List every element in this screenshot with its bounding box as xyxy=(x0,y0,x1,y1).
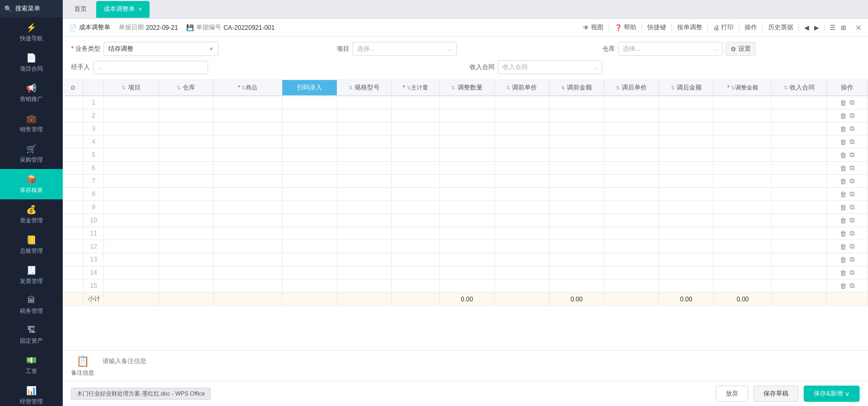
warehouse-settings-button[interactable]: ⚙ 设置 xyxy=(726,42,756,56)
income-contract-input[interactable]: 收入合同 ... xyxy=(498,60,602,74)
table-row[interactable]: 6🗑⧉ xyxy=(63,162,868,175)
biz-type-input[interactable]: 结存调整 ▼ xyxy=(104,42,219,56)
sidebar-item-ledger[interactable]: 📒 总账管理 xyxy=(0,230,63,260)
copy-icon[interactable]: ⧉ xyxy=(850,281,854,290)
delete-icon[interactable]: 🗑 xyxy=(840,190,847,198)
table-cell xyxy=(337,109,392,122)
copy-icon[interactable]: ⧉ xyxy=(850,203,854,211)
copy-icon[interactable]: ⧉ xyxy=(850,98,854,107)
review-label: 按单调整 xyxy=(677,23,702,32)
delete-icon[interactable]: 🗑 xyxy=(840,217,847,224)
project-dots[interactable]: ... xyxy=(448,46,452,52)
delete-icon[interactable]: 🗑 xyxy=(840,269,847,277)
grid-view-button[interactable]: ☰ xyxy=(830,24,836,31)
th-scan[interactable]: 扫码录入 xyxy=(282,80,337,96)
copy-icon[interactable]: ⧉ xyxy=(850,242,854,251)
table-row[interactable]: 4🗑⧉ xyxy=(63,136,868,149)
sidebar-item-inventory[interactable]: 📦 库存核算 xyxy=(0,169,63,199)
review-button[interactable]: 按单调整 xyxy=(677,23,702,32)
project-input[interactable]: 选择... ... xyxy=(352,42,457,56)
table-row[interactable]: 9🗑⧉ xyxy=(63,201,868,214)
th-gear[interactable]: ⚙ xyxy=(63,80,83,96)
copy-icon[interactable]: ⧉ xyxy=(850,177,854,185)
sidebar-item-quick-nav[interactable]: ⚡ 快捷导航 xyxy=(0,17,63,48)
income-contract-dots[interactable]: ... xyxy=(593,64,598,70)
window-close-button[interactable]: ✕ xyxy=(855,24,862,32)
sidebar-item-finance[interactable]: 💰 资金管理 xyxy=(0,199,63,230)
table-row[interactable]: 7🗑⧉ xyxy=(63,175,868,188)
sidebar-item-fixed-assets[interactable]: 🏗 固定资产 xyxy=(0,320,63,350)
delete-icon[interactable]: 🗑 xyxy=(840,99,847,107)
delete-icon[interactable]: 🗑 xyxy=(840,282,847,290)
delete-icon[interactable]: 🗑 xyxy=(840,243,847,251)
view-button[interactable]: 👁 视图 xyxy=(583,23,603,32)
sidebar-item-payroll[interactable]: 💵 工资 xyxy=(0,350,63,380)
sidebar-item-tax[interactable]: 🏛 税务管理 xyxy=(0,290,63,320)
sidebar-item-sales-promo[interactable]: 📢 营销推广 xyxy=(0,78,63,108)
handler-dots[interactable]: ... xyxy=(98,64,102,70)
copy-icon[interactable]: ⧉ xyxy=(850,151,854,159)
sidebar-item-operations[interactable]: 📊 经营管理 xyxy=(0,380,63,406)
table-row[interactable]: 2🗑⧉ xyxy=(63,109,868,122)
sidebar-item-project-contract[interactable]: 📄 项目合同 xyxy=(0,48,63,78)
gear-icon[interactable]: ⚙ xyxy=(70,84,76,92)
main-area: 首页 成本调整单 ✕ 📄 成本调整单 单据日期 2022-09-21 💾 单据 xyxy=(63,0,868,406)
split-view-button[interactable]: ⊞ xyxy=(841,24,846,31)
sidebar-item-purchase-mgmt[interactable]: 🛒 采购管理 xyxy=(0,139,63,169)
toolbar: 📄 成本调整单 单据日期 2022-09-21 💾 单据编号 CA-202209… xyxy=(63,19,868,37)
table-cell xyxy=(337,240,392,253)
save-draft-button[interactable]: 保存草稿 xyxy=(753,386,798,402)
table-cell xyxy=(392,122,440,136)
table-row[interactable]: 1🗑⧉ xyxy=(63,96,868,109)
table-row[interactable]: 3🗑⧉ xyxy=(63,122,868,136)
help-button[interactable]: ❓ 帮助 xyxy=(614,23,636,32)
taskbar-item[interactable]: 木门行业好业财处理方案-墨红红.doc - WPS Office xyxy=(71,388,211,400)
table-row[interactable]: 11🗑⧉ xyxy=(63,227,868,240)
warehouse-dots[interactable]: ... xyxy=(714,46,718,52)
delete-icon[interactable]: 🗑 xyxy=(840,164,847,172)
sidebar-item-invoice[interactable]: 🧾 发票管理 xyxy=(0,260,63,290)
copy-icon[interactable]: ⧉ xyxy=(850,216,854,224)
table-row[interactable]: 5🗑⧉ xyxy=(63,149,868,162)
copy-icon[interactable]: ⧉ xyxy=(850,268,854,277)
settings-icon: ⚙ xyxy=(730,46,736,53)
delete-icon[interactable]: 🗑 xyxy=(840,151,847,159)
sidebar-item-sales-mgmt[interactable]: 💼 销售管理 xyxy=(0,108,63,139)
delete-icon[interactable]: 🗑 xyxy=(840,112,847,120)
table-row[interactable]: 10🗑⧉ xyxy=(63,214,868,227)
copy-icon[interactable]: ⧉ xyxy=(850,190,854,198)
nav-next-button[interactable]: ▶ xyxy=(814,24,819,31)
remarks-input[interactable] xyxy=(100,355,860,374)
table-row[interactable]: 8🗑⧉ xyxy=(63,188,868,201)
table-row[interactable]: 14🗑⧉ xyxy=(63,266,868,279)
tab-home[interactable]: 首页 xyxy=(67,1,94,18)
copy-icon[interactable]: ⧉ xyxy=(850,255,854,264)
warehouse-input[interactable]: 选择... ... xyxy=(618,42,723,56)
delete-icon[interactable]: 🗑 xyxy=(840,138,847,146)
operation-button[interactable]: 操作 xyxy=(745,23,757,32)
tab-close-button[interactable]: ✕ xyxy=(138,6,142,12)
copy-icon[interactable]: ⧉ xyxy=(850,164,854,172)
table-row[interactable]: 12🗑⧉ xyxy=(63,240,868,253)
discard-button[interactable]: 放弃 xyxy=(716,386,748,402)
delete-icon[interactable]: 🗑 xyxy=(840,177,847,185)
tab-cost-adjust[interactable]: 成本调整单 ✕ xyxy=(96,1,150,18)
table-row[interactable]: 13🗑⧉ xyxy=(63,253,868,266)
copy-icon[interactable]: ⧉ xyxy=(850,111,854,120)
handler-input[interactable]: ... xyxy=(93,61,208,74)
delete-icon[interactable]: 🗑 xyxy=(840,230,847,238)
delete-icon[interactable]: 🗑 xyxy=(840,125,847,133)
copy-icon[interactable]: ⧉ xyxy=(850,125,854,133)
copy-icon[interactable]: ⧉ xyxy=(850,229,854,238)
delete-icon[interactable]: 🗑 xyxy=(840,256,847,264)
history-button[interactable]: 历史票据 xyxy=(768,23,793,32)
shortcut-button[interactable]: 快捷键 xyxy=(647,23,666,32)
sidebar-search[interactable]: 🔍 搜索菜单 xyxy=(0,0,63,17)
print-button[interactable]: 🖨 打印 xyxy=(713,23,734,32)
save-icon: 💾 xyxy=(186,24,194,31)
nav-prev-button[interactable]: ◀ xyxy=(804,24,809,31)
copy-icon[interactable]: ⧉ xyxy=(850,138,854,146)
delete-icon[interactable]: 🗑 xyxy=(840,204,847,211)
table-row[interactable]: 15🗑⧉ xyxy=(63,279,868,292)
save-new-button[interactable]: 保存&新增 ∨ xyxy=(804,386,860,402)
